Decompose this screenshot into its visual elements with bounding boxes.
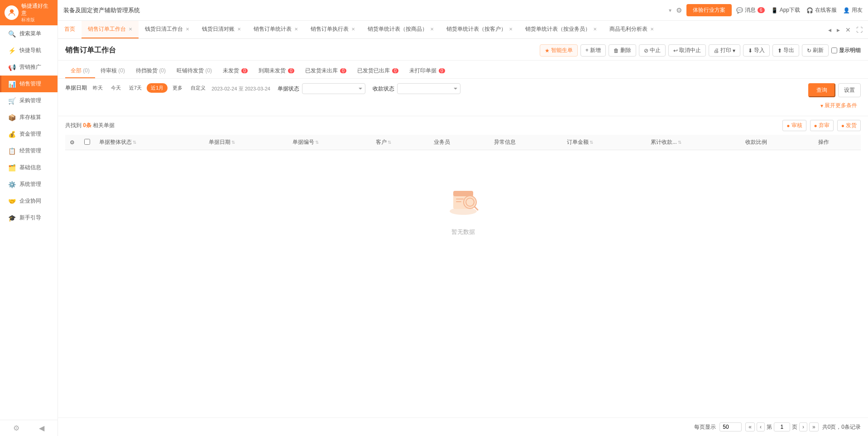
tab-goods-margin[interactable]: 商品毛利分析表 ✕ (603, 21, 660, 38)
date-btn-more[interactable]: 更多 (169, 83, 186, 93)
tab-cash-daily[interactable]: 钱货日清工作台 ✕ (139, 21, 196, 38)
filter-tab-shipped-not-out[interactable]: 已发货未出库 0 (300, 64, 352, 78)
sidebar-item-base[interactable]: 🗂️ 基础信息 (0, 159, 58, 176)
topbar-gear-icon[interactable]: ⚙ (676, 6, 682, 14)
date-btn-yesterday[interactable]: 昨天 (90, 83, 106, 93)
tab-sales-exec[interactable]: 销售订单执行表 ✕ (304, 21, 361, 38)
tabs-maximize[interactable]: ⛶ (854, 25, 864, 34)
show-detail-checkbox[interactable] (831, 47, 837, 53)
tab-close-cash-reconcile[interactable]: ✕ (237, 27, 241, 32)
online-service-btn[interactable]: 🎧 在线客服 (806, 6, 837, 14)
tabs-close-all[interactable]: ✕ (844, 25, 853, 34)
cancel-review-btn[interactable]: ● 弃审 (810, 120, 834, 131)
filter-tab-not-shipped[interactable]: 未发货 0 (217, 64, 253, 78)
page-last-btn[interactable]: » (809, 422, 819, 431)
filter-tabs: 全部 (0) 待审核 (0) 待挡验货 (0) 旺铺待发货 (0) 未发货 (58, 61, 868, 79)
sidebar-item-guide[interactable]: 🎓 新手引导 (0, 209, 58, 226)
filter-tab-wangpu-ship[interactable]: 旺铺待发货 (0) (171, 64, 217, 78)
sidebar-item-collab[interactable]: 🤝 企业协同 (0, 193, 58, 209)
filter-tab-all[interactable]: 全部 (0) (65, 64, 95, 78)
expand-filters-btn[interactable]: ▾ 展开更多条件 (817, 100, 861, 111)
smart-create-btn[interactable]: ★ 智能生单 (540, 44, 578, 57)
cancel-stop-btn[interactable]: ↩ 取消中止 (668, 44, 706, 57)
setting-btn[interactable]: 设置 (838, 83, 861, 97)
stop-btn[interactable]: ⊘ 中止 (639, 44, 666, 57)
status-select[interactable] (302, 83, 365, 94)
select-all-checkbox[interactable] (84, 139, 90, 145)
filter-tab-pending-review[interactable]: 待审核 (0) (95, 64, 130, 78)
tab-cash-reconcile[interactable]: 钱货日清对账 ✕ (196, 21, 247, 38)
date-btn-today[interactable]: 今天 (108, 83, 124, 93)
user-menu-btn[interactable]: 👤 用友 (843, 6, 863, 14)
ship-btn[interactable]: ● 发货 (837, 120, 861, 131)
export-btn[interactable]: ⬆ 导出 (772, 44, 799, 57)
sidebar-item-quick[interactable]: ⚡ 快捷导航 (0, 42, 58, 59)
print-btn[interactable]: 🖨 打印 ▾ (709, 44, 740, 57)
finance-icon: 💰 (8, 131, 16, 138)
per-page-select[interactable]: 50 20 100 (719, 422, 742, 431)
review-btn[interactable]: ● 审核 (782, 120, 806, 131)
sidebar-item-sales[interactable]: 📊 销售管理 (0, 76, 58, 92)
sidebar-item-marketing[interactable]: 📢 营销推广 (0, 59, 58, 76)
date-btn-custom[interactable]: 自定义 (187, 83, 209, 93)
filter-tab-pending-inspect[interactable]: 待挡验货 (0) (130, 64, 171, 78)
sidebar-item-purchase[interactable]: 🛒 采购管理 (0, 92, 58, 109)
tab-sales-stats[interactable]: 销售订单统计表 ✕ (247, 21, 304, 38)
tab-close-cash-daily[interactable]: ✕ (186, 27, 189, 32)
tab-close-sales-summary-client[interactable]: ✕ (509, 27, 513, 32)
page-prev-btn[interactable]: ‹ (757, 422, 765, 431)
tab-home[interactable]: 首页 (58, 21, 82, 38)
import-btn[interactable]: ⬇ 导入 (743, 44, 770, 57)
filter-tab-expired-not-shipped[interactable]: 到期未发货 0 (253, 64, 300, 78)
date-btn-7days[interactable]: 近7天 (126, 83, 145, 93)
industry-btn[interactable]: 体验行业方案 (686, 4, 732, 16)
app-download-btn[interactable]: 📱 App下载 (771, 6, 800, 14)
tab-close-sales-summary-product[interactable]: ✕ (430, 27, 434, 32)
tab-close-sales-stats[interactable]: ✕ (294, 27, 298, 32)
payment-select[interactable] (397, 83, 460, 94)
tab-sales-summary-product[interactable]: 销货单统计表（按商品） ✕ (361, 21, 440, 38)
date-btn-1month[interactable]: 近1月 (147, 83, 168, 93)
message-btn[interactable]: 💬 消息 6 (736, 6, 765, 14)
filter-tab-shipped-out[interactable]: 已发货已出库 0 (352, 64, 404, 78)
th-gear[interactable]: ⚙ (65, 135, 80, 150)
tabs-nav: ◂ ▸ ✕ ⛶ (823, 25, 868, 34)
sidebar-item-search[interactable]: 🔍 搜索菜单 (0, 25, 58, 42)
th-check[interactable] (80, 135, 95, 150)
orders-table: ⚙ 单据整体状态⇅ 单据日期⇅ 单据编号⇅ 客户⇅ 业务员 异常信息 订单金额⇅… (65, 135, 861, 150)
delete-btn[interactable]: 🗑 删除 (609, 44, 636, 57)
page-number-input[interactable] (774, 422, 790, 431)
table-wrap: ⚙ 单据整体状态⇅ 单据日期⇅ 单据编号⇅ 客户⇅ 业务员 异常信息 订单金额⇅… (58, 135, 868, 417)
filter-tab-not-printed[interactable]: 未打印单据 0 (404, 64, 451, 78)
pagination-total: 共0页，0条记录 (822, 423, 861, 431)
tab-sales-summary-client[interactable]: 销货单统计表（按客户） ✕ (440, 21, 519, 38)
refresh-btn[interactable]: ↻ 刷新 (802, 44, 829, 57)
sidebar-item-ops[interactable]: 📋 经营管理 (0, 142, 58, 159)
sidebar-item-finance[interactable]: 💰 资金管理 (0, 126, 58, 142)
tabs-nav-prev[interactable]: ◂ (826, 25, 833, 34)
sidebar-item-inventory[interactable]: 📦 库存核算 (0, 109, 58, 126)
search-icon: 🔍 (8, 30, 16, 38)
tabs-nav-next[interactable]: ▸ (835, 25, 842, 34)
show-detail-toggle[interactable]: 显示明细 (831, 47, 861, 54)
svg-point-0 (10, 9, 13, 13)
tab-sales-workbench[interactable]: 销售订单工作台 ✕ (82, 21, 139, 38)
tab-close-goods-margin[interactable]: ✕ (650, 27, 654, 32)
sales-icon: 📊 (8, 81, 16, 88)
sidebar-item-system[interactable]: ⚙️ 系统管理 (0, 176, 58, 193)
page-actions: ★ 智能生单 + 新增 🗑 删除 ⊘ 中止 ↩ 取消中止 (540, 44, 861, 57)
sidebar-collapse-btn[interactable]: ◀ (39, 424, 44, 432)
add-btn[interactable]: + 新增 (580, 44, 606, 57)
sidebar-settings-btn[interactable]: ⚙ (13, 424, 19, 432)
tab-close-sales-workbench[interactable]: ✕ (129, 27, 132, 32)
empty-state: 暂无数据 (65, 150, 861, 263)
page-first-btn[interactable]: « (745, 422, 755, 431)
tab-sales-summary-staff[interactable]: 销货单统计表（按业务员） ✕ (519, 21, 603, 38)
review-icon: ● (786, 123, 790, 129)
sidebar-bottom: ⚙ ◀ (0, 420, 58, 436)
query-btn[interactable]: 查询 (808, 83, 835, 97)
tab-close-sales-exec[interactable]: ✕ (351, 27, 355, 32)
topbar-dropdown-arrow[interactable]: ▾ (669, 7, 671, 14)
tab-close-sales-summary-staff[interactable]: ✕ (593, 27, 597, 32)
page-next-btn[interactable]: › (799, 422, 807, 431)
